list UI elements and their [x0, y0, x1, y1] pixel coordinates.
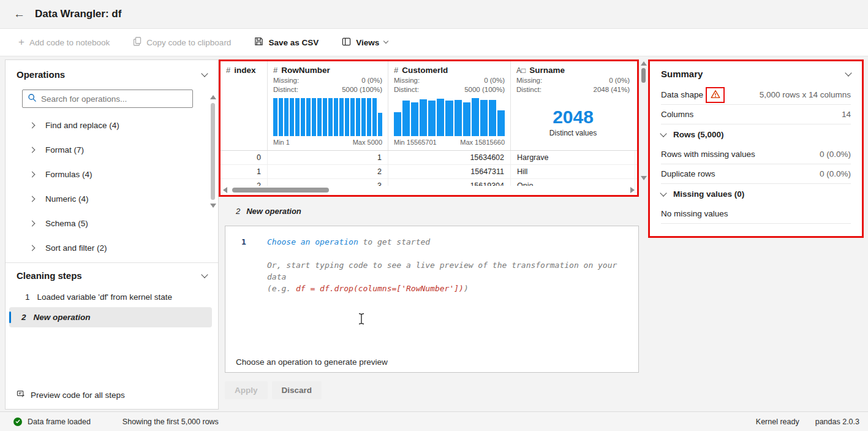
chevron-right-icon — [29, 171, 36, 177]
operation-group-formulas[interactable]: Formulas (4) — [6, 162, 218, 186]
histogram-bar — [334, 98, 338, 136]
editor-hint-line-1: Choose an operation to get started — [267, 236, 632, 248]
editor-step-label: 2 New operation — [236, 207, 301, 216]
search-input[interactable] — [41, 94, 187, 104]
operation-group-format[interactable]: Format (7) — [6, 137, 218, 162]
distinct-values-caption: Distinct values — [516, 129, 630, 137]
table-cell[interactable]: 1 — [268, 151, 388, 164]
duplicate-rows-row: Duplicate rows 0 (0.0%) — [661, 164, 851, 184]
editor-actions: Apply Discard — [225, 381, 322, 399]
operation-group-sort-and-filter[interactable]: Sort and filter (2) — [6, 235, 218, 260]
table-cell[interactable]: 15634602 — [388, 151, 511, 164]
grid-vertical-scrollbar[interactable] — [640, 61, 647, 196]
column-header-index[interactable]: #index — [221, 61, 268, 150]
table-cell[interactable]: 1 — [221, 165, 268, 178]
showing-rows-status: Showing the first 5,000 rows — [123, 418, 219, 426]
back-arrow-icon[interactable]: ← — [13, 7, 25, 21]
cleaning-steps-header[interactable]: Cleaning steps — [6, 263, 218, 287]
copy-code-button[interactable]: Copy code to clipboard — [133, 37, 231, 48]
pandas-version: pandas 2.0.3 — [815, 418, 859, 426]
scroll-down-arrow[interactable] — [210, 204, 216, 208]
histogram-bar — [489, 100, 496, 136]
scroll-up-arrow[interactable] — [210, 95, 216, 99]
number-type-icon: # — [273, 66, 277, 75]
line-number: 1 — [241, 236, 246, 248]
code-area[interactable]: 1 Choose an operation to get started Or,… — [225, 226, 638, 294]
histogram-bar — [480, 100, 488, 136]
histogram-bar — [323, 98, 327, 136]
histogram-bar — [345, 98, 349, 136]
page-title: Data Wrangler: df — [35, 8, 121, 20]
column-header-surname[interactable]: A□Surname Missing:0 (0%) Distinct:2048 (… — [511, 61, 635, 150]
histogram-bar — [463, 102, 470, 136]
scroll-thumb[interactable] — [641, 68, 646, 83]
grid-header-row: #index #RowNumber Missing:0 (0%) Distinc… — [221, 61, 637, 151]
rows-section-header[interactable]: Rows (5,000) — [661, 124, 851, 145]
code-editor[interactable]: 1 Choose an operation to get started Or,… — [225, 226, 639, 373]
cleaning-step-2-selected[interactable]: 2 New operation — [9, 307, 212, 327]
views-dropdown-button[interactable]: Views — [342, 37, 388, 48]
operations-scrollbar[interactable] — [209, 95, 216, 302]
discard-button[interactable]: Discard — [272, 381, 322, 399]
status-bar: Data frame loaded Showing the first 5,00… — [0, 411, 868, 431]
warning-annotation-box — [706, 87, 725, 103]
operations-search[interactable] — [22, 90, 193, 108]
histogram-bar — [273, 98, 277, 136]
search-icon — [28, 93, 37, 105]
add-code-to-notebook-button[interactable]: + Add code to notebook — [18, 36, 110, 48]
title-bar: ← Data Wrangler: df — [0, 0, 868, 28]
column-header-rownumber[interactable]: #RowNumber Missing:0 (0%) Distinct:5000 … — [268, 61, 388, 150]
chevron-right-icon — [29, 122, 36, 128]
missing-values-section-header[interactable]: Missing values (0) — [661, 184, 851, 204]
customerid-histogram — [394, 98, 505, 136]
horizontal-scrollbar[interactable] — [223, 186, 635, 194]
table-cell[interactable]: 0 — [221, 151, 268, 164]
no-missing-values-row: No missing values — [661, 204, 851, 224]
columns-row: Columns 14 — [661, 105, 851, 124]
cleaning-steps-title: Cleaning steps — [17, 270, 82, 281]
column-header-customerid[interactable]: #CustomerId Missing:0 (0%) Distinct:5000… — [388, 61, 511, 150]
choose-operation-link[interactable]: Choose an operation — [267, 237, 358, 246]
chevron-down-icon[interactable] — [845, 69, 851, 76]
scroll-up-arrow[interactable] — [641, 61, 647, 66]
histogram-bar — [356, 98, 360, 136]
table-cell[interactable]: 2 — [268, 165, 388, 178]
histogram-bar — [455, 100, 462, 136]
cleaning-step-1[interactable]: 1 Loaded variable 'df' from kernel state — [6, 287, 218, 307]
left-sidebar: Operations Find and replace (4) Format (… — [5, 59, 219, 410]
histogram-bar — [437, 99, 444, 136]
rows-missing-row: Rows with missing values 0 (0.0%) — [661, 145, 851, 164]
text-type-icon: A□ — [516, 66, 526, 75]
operation-group-schema[interactable]: Schema (5) — [6, 211, 218, 235]
chevron-right-icon — [29, 196, 36, 202]
preview-code-all-steps-button[interactable]: Preview code for all steps — [17, 390, 125, 400]
table-cell[interactable]: Hargrave — [511, 151, 635, 164]
operation-group-find-and-replace[interactable]: Find and replace (4) — [6, 113, 218, 137]
operations-header[interactable]: Operations — [6, 60, 218, 86]
chevron-right-icon — [29, 147, 36, 153]
histogram-bar — [497, 110, 505, 136]
warning-icon[interactable] — [711, 90, 720, 101]
data-shape-row: Data shape 5,000 rows x 14 columns — [661, 85, 851, 105]
table-cell[interactable]: 15647311 — [388, 165, 511, 178]
views-icon — [342, 37, 351, 48]
histogram-bar — [317, 98, 322, 136]
table-cell[interactable]: Hill — [511, 165, 635, 178]
scroll-left-arrow[interactable] — [223, 187, 227, 193]
scroll-right-arrow[interactable] — [630, 187, 635, 193]
editor-hint-line-2: Or, start typing code to see a live prev… — [267, 259, 632, 283]
histogram-bar — [350, 98, 355, 136]
table-row[interactable]: 0115634602Hargrave — [221, 151, 637, 165]
histogram-bar — [420, 99, 427, 136]
table-row[interactable]: 1215647311Hill — [221, 165, 637, 179]
summary-panel-annotated: Summary Data shape 5,000 rows x 14 colum… — [648, 59, 864, 238]
histogram-bar — [306, 98, 311, 136]
save-as-csv-button[interactable]: Save as CSV — [254, 37, 319, 48]
operations-title: Operations — [17, 69, 65, 80]
histogram-bar — [411, 102, 418, 136]
scroll-down-arrow[interactable] — [641, 176, 647, 180]
operation-group-numeric[interactable]: Numeric (4) — [6, 186, 218, 211]
apply-button[interactable]: Apply — [225, 381, 268, 399]
scroll-thumb[interactable] — [211, 103, 215, 200]
scroll-thumb[interactable] — [232, 188, 329, 193]
